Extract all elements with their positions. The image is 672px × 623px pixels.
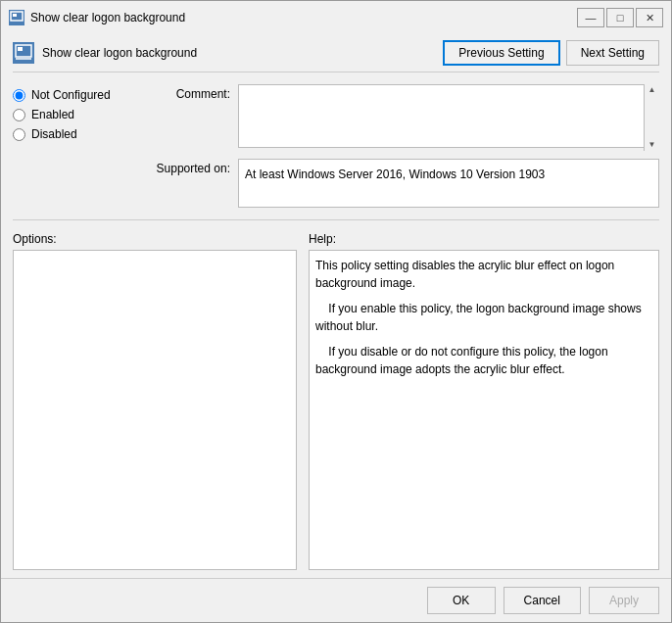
header-left: Show clear logon background [13,42,197,64]
apply-button[interactable]: Apply [589,587,659,614]
previous-setting-button[interactable]: Previous Setting [443,40,559,66]
content-area: Show clear logon background Previous Set… [1,32,671,578]
header-row: Show clear logon background Previous Set… [13,40,659,72]
help-panel: Help: This policy setting disables the a… [309,232,659,570]
help-text-2: If you enable this policy, the logon bac… [315,300,652,335]
svg-rect-1 [13,14,17,17]
cancel-button[interactable]: Cancel [504,587,581,614]
header-buttons: Previous Setting Next Setting [443,40,659,66]
supported-on-row: Supported on: At least Windows Server 20… [142,159,659,208]
minimize-button[interactable]: — [577,8,604,27]
comment-label: Comment: [142,84,230,101]
right-forms: Comment: ▲ ▼ Supported on: At least Wind… [142,84,659,208]
comment-scrollbar[interactable]: ▲ ▼ [644,84,659,151]
middle-section: Not Configured Enabled Disabled Comment: [13,84,659,208]
radio-section: Not Configured Enabled Disabled [13,84,130,208]
scroll-up-icon: ▲ [648,86,656,94]
scroll-down-icon: ▼ [648,141,656,149]
comment-row: Comment: ▲ ▼ [142,84,659,151]
disabled-label: Disabled [31,127,77,141]
help-label: Help: [309,232,659,246]
enabled-radio[interactable]: Enabled [13,108,130,121]
comment-textarea[interactable] [238,84,659,148]
window-icon [9,10,24,25]
title-bar: Show clear logon background — □ ✕ [1,1,671,32]
options-content [14,251,296,569]
window-title: Show clear logon background [30,11,185,24]
supported-on-value: At least Windows Server 2016, Windows 10… [239,160,658,207]
comment-wrapper: ▲ ▼ [238,84,659,151]
options-label: Options: [13,232,297,246]
main-window: Show clear logon background — □ ✕ Show c… [0,0,672,623]
policy-icon [13,42,34,64]
help-content-wrapper: This policy setting disables the acrylic… [309,250,659,570]
title-bar-left: Show clear logon background [9,10,185,25]
not-configured-label: Not Configured [31,88,111,102]
title-controls: — □ ✕ [577,8,663,27]
enabled-label: Enabled [31,108,74,121]
separator [13,219,659,220]
options-content-wrapper [13,250,297,570]
disabled-radio[interactable]: Disabled [13,127,130,141]
close-button[interactable]: ✕ [636,8,663,27]
maximize-button[interactable]: □ [606,8,634,27]
bottom-section: Options: Help: This policy setting disab… [13,232,659,570]
next-setting-button[interactable]: Next Setting [566,40,659,66]
ok-button[interactable]: OK [427,587,496,614]
help-content: This policy setting disables the acrylic… [310,251,658,569]
help-text-3: If you disable or do not configure this … [315,343,652,378]
svg-rect-3 [18,47,23,51]
supported-on-label: Supported on: [142,159,230,175]
not-configured-radio[interactable]: Not Configured [13,88,130,102]
options-panel: Options: [13,232,297,570]
header-title: Show clear logon background [42,46,197,60]
footer: OK Cancel Apply [1,578,671,622]
supported-on-wrapper: At least Windows Server 2016, Windows 10… [238,159,659,208]
help-text-1: This policy setting disables the acrylic… [315,257,652,292]
